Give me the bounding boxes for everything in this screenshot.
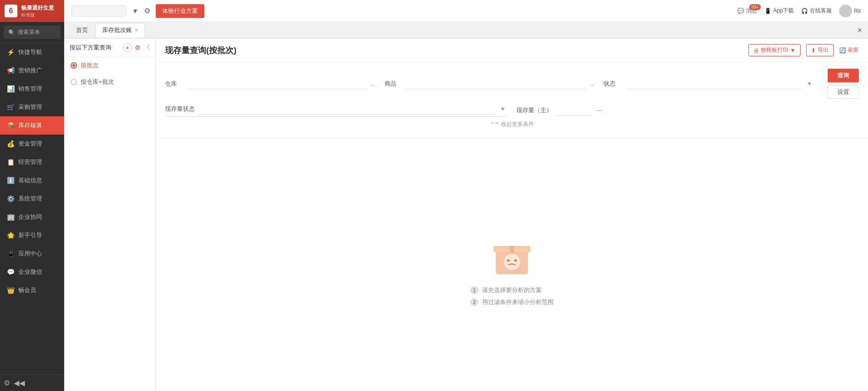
- tip-2-text: 用过滤条件来缩小分析范围: [482, 298, 554, 306]
- main-area: 现存量查询(按批次) 🖨 按模板打印 ▼ ⬆ 导出 🔄 刷新: [156, 38, 868, 391]
- basic-icon: ℹ️: [6, 176, 15, 185]
- range-dash: —: [596, 107, 602, 114]
- topbar-gear-button[interactable]: ⚙: [144, 6, 150, 15]
- company-name: 畅康通好生意: [21, 4, 54, 12]
- user-menu[interactable]: Rit: [839, 5, 861, 17]
- sidebar-item-basic[interactable]: ℹ️ 基础信息: [0, 171, 64, 190]
- svg-point-4: [507, 259, 510, 261]
- filter-warehouse-batch-label: 按仓库+批次: [81, 78, 114, 86]
- search-menu-button[interactable]: 🔍 搜索菜单: [4, 26, 60, 39]
- user-name: Rit: [854, 8, 861, 14]
- sidebar-item-operations[interactable]: 📋 经营管理: [0, 153, 64, 171]
- status-dropdown-button[interactable]: ▼: [805, 81, 814, 87]
- empty-tip-2: 2 用过滤条件来缩小分析范围: [470, 298, 554, 306]
- product-field: 商品 ...: [385, 78, 595, 89]
- settings-button[interactable]: 设置: [828, 85, 859, 99]
- product-input[interactable]: [407, 78, 587, 89]
- sidebar-item-purchase[interactable]: 🛒 采购管理: [0, 98, 64, 116]
- sidebar-gear-button[interactable]: ⚙: [4, 379, 10, 387]
- empty-tips: 1 请先选择要分析的方案 2 用过滤条件来缩小分析范围: [470, 286, 554, 306]
- status-input[interactable]: [626, 78, 801, 89]
- page-header: 现存量查询(按批次) 🖨 按模板打印 ▼ ⬆ 导出 🔄 刷新: [156, 38, 868, 62]
- svg-point-5: [515, 259, 517, 261]
- tab-inventory-batch[interactable]: 库存批次账 ×: [95, 23, 145, 38]
- empty-state: 1 请先选择要分析的方案 2 用过滤条件来缩小分析范围: [156, 139, 868, 391]
- product-label: 商品: [385, 80, 403, 88]
- collapse-conditions-button[interactable]: ⌃⌃ 收起更多条件: [165, 117, 859, 132]
- app-icon: 📱: [6, 250, 15, 258]
- stock-status-dropdown-button[interactable]: ▼: [498, 106, 507, 112]
- filter-settings-button[interactable]: ⚙: [135, 43, 141, 52]
- sidebar-item-marketing[interactable]: 📢 营销推广: [0, 61, 64, 80]
- status-field: 状态 ▼: [604, 78, 814, 89]
- topbar-dropdown-button[interactable]: ▼: [132, 7, 138, 15]
- filter-item-warehouse-batch[interactable]: 按仓库+批次: [64, 74, 155, 90]
- sidebar: 6 畅康通好生意 标准版 🔍 搜索菜单 ⚡ 快捷导航 📢 营销推广 📊 销售管理…: [0, 0, 64, 391]
- topbar-search-input[interactable]: [71, 5, 126, 16]
- online-service-label: 在线客服: [810, 7, 832, 15]
- tab-close-button[interactable]: ×: [135, 27, 138, 33]
- page-title: 现存量查询(按批次): [165, 45, 236, 56]
- query-button[interactable]: 查询: [828, 69, 859, 82]
- online-service-button[interactable]: 🎧 在线客服: [801, 7, 832, 15]
- refresh-button[interactable]: 🔄 刷新: [839, 46, 859, 54]
- sidebar-header: 6 畅康通好生意 标准版: [0, 0, 64, 22]
- page-header-actions: 🖨 按模板打印 ▼ ⬆ 导出 🔄 刷新: [748, 44, 859, 56]
- guide-label: 新手引导: [18, 231, 42, 239]
- sidebar-bottom: ⚙ ◀◀: [0, 375, 64, 391]
- avatar: [839, 5, 852, 17]
- tip-2-number: 2: [470, 298, 478, 306]
- app-label: 应用中心: [18, 250, 42, 258]
- search-icon: 🔍: [8, 29, 15, 36]
- filter-add-button[interactable]: +: [123, 43, 132, 52]
- quick-nav-label: 快捷导航: [18, 48, 42, 56]
- stock-quantity-label: 现存量（主）: [516, 106, 552, 114]
- tabbar: 首页 库存批次账 × ✕: [64, 22, 868, 38]
- service-icon: 🎧: [801, 8, 808, 14]
- sidebar-item-vip[interactable]: 👑 畅会员: [0, 281, 64, 299]
- filter-item-batch[interactable]: 按批次: [64, 57, 155, 74]
- stock-quantity-field: 现存量（主） —: [516, 105, 859, 116]
- close-panel-button[interactable]: ✕: [857, 27, 863, 34]
- collapse-label: 收起更多条件: [501, 120, 534, 128]
- wechat-label: 企业微信: [18, 268, 42, 276]
- sidebar-item-enterprise[interactable]: 🏢 企业协同: [0, 208, 64, 226]
- main-content: ▼ ⚙ 体验行业方案 💬 消息 99+ 📱 App下载 🎧 在线客服 Rit: [64, 0, 868, 391]
- sidebar-item-wechat[interactable]: 💬 企业微信: [0, 263, 64, 281]
- sidebar-item-inventory[interactable]: 📦 库存核算: [0, 116, 64, 135]
- warehouse-input[interactable]: [187, 78, 367, 89]
- sidebar-nav: ⚡ 快捷导航 📢 营销推广 📊 销售管理 🛒 采购管理 📦 库存核算 💰 资金管…: [0, 43, 64, 375]
- app-download-button[interactable]: 📱 App下载: [764, 7, 794, 15]
- search-conditions: 仓库 ... 商品 ... 状态 ▼ 查询: [156, 62, 868, 139]
- topbar: ▼ ⚙ 体验行业方案 💬 消息 99+ 📱 App下载 🎧 在线客服 Rit: [64, 0, 868, 22]
- chevron-up-icon: ⌃⌃: [490, 121, 499, 128]
- sidebar-item-quick-nav[interactable]: ⚡ 快捷导航: [0, 43, 64, 61]
- export-button[interactable]: ⬆ 导出: [806, 44, 834, 56]
- svg-rect-2: [510, 246, 514, 252]
- sidebar-toggle-button[interactable]: ◀◀: [14, 379, 25, 387]
- filter-collapse-button[interactable]: 《: [143, 43, 150, 52]
- sidebar-item-system[interactable]: ⚙️ 系统管理: [0, 190, 64, 208]
- filter-header: 按以下方案查询 + ⚙ 《: [64, 38, 155, 57]
- message-button[interactable]: 💬 消息 99+: [737, 7, 757, 15]
- sidebar-search-area: 🔍 搜索菜单: [0, 22, 64, 43]
- product-more-button[interactable]: ...: [590, 81, 594, 87]
- sidebar-item-app[interactable]: 📱 应用中心: [0, 244, 64, 263]
- basic-label: 基础信息: [18, 176, 42, 185]
- vip-icon: 👑: [6, 286, 15, 294]
- conditions-row-2: 现存量状态 ▼ 现存量（主） —: [165, 103, 859, 117]
- sidebar-item-finance[interactable]: 💰 资金管理: [0, 135, 64, 153]
- tab-active-label: 库存批次账: [102, 26, 132, 34]
- print-icon: 🖨: [753, 47, 759, 54]
- experience-button[interactable]: 体验行业方案: [156, 4, 204, 18]
- message-badge: 99+: [749, 4, 761, 10]
- sidebar-item-sales[interactable]: 📊 销售管理: [0, 80, 64, 98]
- warehouse-more-button[interactable]: ...: [371, 81, 375, 87]
- tab-home[interactable]: 首页: [70, 23, 94, 37]
- print-button[interactable]: 🖨 按模板打印 ▼: [748, 44, 801, 56]
- stock-quantity-min-input[interactable]: [556, 105, 593, 116]
- enterprise-icon: 🏢: [6, 213, 15, 221]
- stock-status-input[interactable]: [198, 103, 494, 114]
- sidebar-item-guide[interactable]: 🌟 新手引导: [0, 226, 64, 244]
- search-menu-label: 搜索菜单: [18, 28, 40, 36]
